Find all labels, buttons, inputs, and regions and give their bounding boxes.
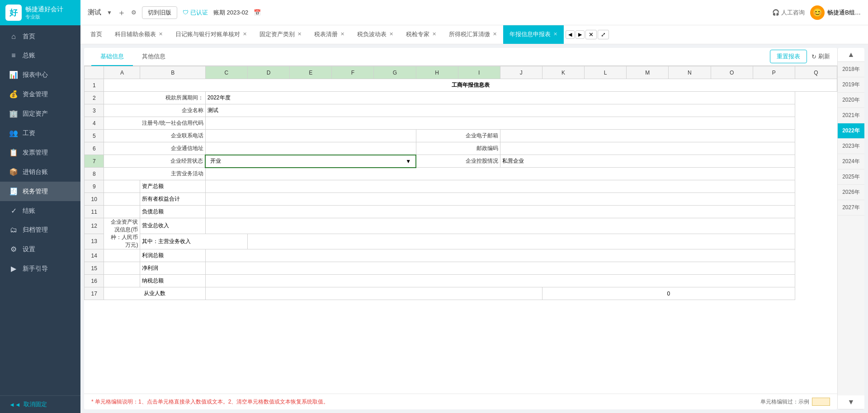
- year-item-2024[interactable]: 2024年: [838, 154, 864, 169]
- tab-prev-button[interactable]: ◀: [566, 30, 575, 39]
- home-icon: ⌂: [9, 33, 18, 41]
- tab-tax_wave[interactable]: 税负波动表✕: [351, 25, 400, 44]
- year-item-2027[interactable]: 2027年: [838, 200, 864, 216]
- sidebar-item-label-invoice: 发票管理: [23, 149, 48, 157]
- topbar-settings-icon[interactable]: ⚙: [131, 9, 137, 16]
- row-10-value-cell[interactable]: [205, 193, 795, 206]
- sidebar-item-settlement[interactable]: ✓ 结账: [0, 201, 80, 221]
- year-item-2022[interactable]: 2022年: [838, 123, 864, 139]
- year-list: 2018年2019年2020年2021年2022年2023年2024年2025年…: [838, 62, 864, 395]
- reg-no-label-cell: 注册号/统一社会信用代码: [104, 117, 205, 130]
- biz-status-dropdown-cell[interactable]: 开业▼: [205, 155, 416, 168]
- row-11-value-cell[interactable]: [205, 206, 795, 218]
- employee-count-spacer-cell[interactable]: [205, 287, 542, 300]
- tab-home[interactable]: 首页: [84, 25, 108, 44]
- sidebar-item-invoice[interactable]: 📋 发票管理: [0, 143, 80, 162]
- calendar-icon[interactable]: 📅: [254, 9, 261, 16]
- sidebar-item-salary[interactable]: 👥 工资: [0, 123, 80, 143]
- tab-tax_expert[interactable]: 税检专家✕: [400, 25, 443, 44]
- tab-aux_balance[interactable]: 科目辅助余额表✕: [108, 25, 169, 44]
- row-header-1: 1: [85, 79, 104, 92]
- sidebar-item-home[interactable]: ⌂ 首页: [0, 27, 80, 46]
- tab-close-tax_sheet[interactable]: ✕: [340, 31, 344, 37]
- phone-value-cell[interactable]: [205, 130, 416, 142]
- topbar-dropdown-icon[interactable]: ▼: [107, 9, 112, 16]
- employee-count-value-cell[interactable]: 0: [542, 287, 795, 300]
- year-item-2021[interactable]: 2021年: [838, 108, 864, 123]
- dropdown-arrow-icon[interactable]: ▼: [406, 158, 411, 164]
- postcode-value-cell[interactable]: [500, 142, 795, 155]
- refresh-button[interactable]: ↻ 刷新: [811, 52, 830, 61]
- sidebar-item-label-settings: 设置: [23, 245, 35, 253]
- spreadsheet-wrapper[interactable]: ABCDEFGHIJKLMNOPQ1工商年报信息表 2 税款所属期间： 2022…: [84, 66, 837, 394]
- tab-fixed_asset_cat[interactable]: 固定资产类别✕: [253, 25, 308, 44]
- tab-close-aux_balance[interactable]: ✕: [159, 31, 163, 37]
- tab-expand-button[interactable]: ⤢: [598, 30, 609, 39]
- tab-close-fixed_asset_cat[interactable]: ✕: [297, 31, 302, 37]
- user-menu[interactable]: 😊 畅捷通B组…: [810, 5, 861, 20]
- row-header-2: 2: [85, 92, 104, 104]
- main-biz-value-cell[interactable]: [205, 168, 795, 180]
- sub-tab-other[interactable]: 其他信息: [133, 48, 175, 66]
- tab-income_tax[interactable]: 所得税汇算清缴✕: [443, 25, 503, 44]
- salary-icon: 👥: [9, 129, 18, 137]
- sidebar-item-fixed_asset[interactable]: 🏢 固定资产: [0, 104, 80, 123]
- switch-old-version-button[interactable]: 切到旧版: [142, 6, 177, 19]
- footer-note-text: * 单元格编辑说明：1、点击单元格直接录入数值或文本。2、清空单元格数值或文本恢…: [91, 398, 329, 406]
- col-header-O: O: [711, 66, 753, 79]
- tab-next-button[interactable]: ▶: [576, 30, 585, 39]
- sidebar-item-label-report: 报表中心: [23, 71, 48, 79]
- row-11-a-cell: [104, 206, 140, 218]
- row-13-value-cell[interactable]: [247, 234, 795, 249]
- row-12-value-cell[interactable]: [205, 218, 795, 234]
- reset-report-button[interactable]: 重置报表: [770, 50, 807, 63]
- tab-close-tax_wave[interactable]: ✕: [389, 31, 393, 37]
- year-scroll-down-button[interactable]: ▼: [838, 395, 864, 409]
- year-panel-nav-bottom: ▼: [838, 395, 864, 409]
- reg-no-value-cell[interactable]: [205, 117, 795, 130]
- sub-tab-actions: 重置报表 ↻ 刷新: [770, 50, 830, 63]
- tab-close-annual_report[interactable]: ✕: [553, 31, 557, 37]
- address-value-cell[interactable]: [205, 142, 416, 155]
- year-item-2025[interactable]: 2025年: [838, 169, 864, 185]
- year-item-2023[interactable]: 2023年: [838, 139, 864, 154]
- tab-close-tax_expert[interactable]: ✕: [432, 31, 436, 37]
- row-14-value-cell[interactable]: [205, 249, 795, 262]
- company-name-value-cell[interactable]: 测试: [205, 104, 795, 117]
- sidebar-collapse-button[interactable]: ◄◄ 取消固定: [0, 395, 80, 413]
- sidebar-item-guide[interactable]: ▶ 新手引导: [0, 259, 80, 278]
- spreadsheet-title-cell: 工商年报信息表: [104, 79, 837, 92]
- row-15-value-cell[interactable]: [205, 262, 795, 275]
- row-9-b-cell: 资产总额: [140, 180, 205, 193]
- row-9-value-cell[interactable]: [205, 180, 795, 193]
- tab-tax_sheet[interactable]: 税表清册✕: [308, 25, 351, 44]
- sidebar-item-archive[interactable]: 🗂 归档管理: [0, 221, 80, 239]
- biz-control-value-cell[interactable]: 私营企业: [500, 155, 795, 168]
- topbar-add-icon[interactable]: ＋: [118, 7, 126, 18]
- tab-close-journal_bank[interactable]: ✕: [243, 31, 247, 37]
- sub-tab-basic[interactable]: 基础信息: [91, 48, 133, 66]
- tab-annual_report[interactable]: 年报信息申报表✕: [503, 25, 564, 44]
- row-10-b-cell: 所有者权益合计: [140, 193, 205, 206]
- tab-journal_bank[interactable]: 日记账与银行对账单核对✕: [169, 25, 253, 44]
- service-button[interactable]: 🎧 人工咨询: [772, 9, 805, 17]
- row-header-8: 8: [85, 168, 104, 180]
- year-item-2020[interactable]: 2020年: [838, 93, 864, 108]
- sidebar-item-ledger[interactable]: ≡ 总账: [0, 46, 80, 65]
- tax-period-value-cell[interactable]: 2022年度: [205, 92, 795, 104]
- year-item-2026[interactable]: 2026年: [838, 185, 864, 200]
- email-value-cell[interactable]: [500, 130, 795, 142]
- sidebar-item-inventory[interactable]: 📦 进销台账: [0, 162, 80, 182]
- year-scroll-up-button[interactable]: ▲: [838, 48, 864, 61]
- sidebar-item-settings[interactable]: ⚙ 设置: [0, 239, 80, 259]
- sidebar-item-fund[interactable]: 💰 资金管理: [0, 84, 80, 104]
- row-11-b-cell: 负债总额: [140, 206, 205, 218]
- year-item-2019[interactable]: 2019年: [838, 77, 864, 93]
- tab-close-all-button[interactable]: ✕: [585, 30, 597, 39]
- sidebar-item-report[interactable]: 📊 报表中心: [0, 65, 80, 84]
- tab-label-tax_wave: 税负波动表: [357, 30, 387, 38]
- row-16-value-cell[interactable]: [205, 275, 795, 287]
- tab-close-income_tax[interactable]: ✕: [493, 31, 497, 37]
- year-item-2018[interactable]: 2018年: [838, 62, 864, 77]
- sidebar-item-tax[interactable]: 🧾 税务管理: [0, 182, 80, 201]
